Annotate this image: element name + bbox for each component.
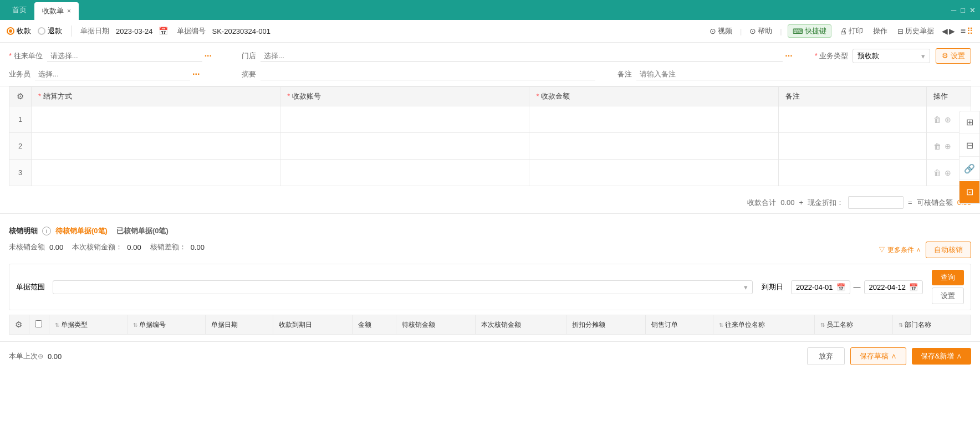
radio-receipt[interactable]: 收款 [7, 26, 31, 36]
row-2-delete-icon[interactable]: 🗑 [933, 142, 941, 151]
help-icon: ⊙ [749, 27, 756, 35]
calendar-icon[interactable]: 📅 [159, 27, 168, 35]
range-select[interactable]: ▾ [53, 280, 753, 294]
row-3-settle[interactable] [32, 160, 280, 186]
table-row: 3 🗑 ⊕ [9, 160, 971, 186]
tab-close-icon[interactable]: × [67, 7, 71, 15]
row-2-copy-icon[interactable]: ⊕ [945, 142, 951, 151]
row-3-copy-icon[interactable]: ⊕ [945, 168, 951, 177]
toolbar: 收款 退款 单据日期 2023-03-24 📅 单据编号 SK-20230324… [0, 20, 980, 43]
counterpart-input[interactable] [47, 50, 202, 62]
row-1-settle[interactable] [32, 106, 280, 133]
video-btn[interactable]: ⊙ 视频 [707, 25, 734, 37]
row-2-remark[interactable] [778, 133, 926, 160]
radio-refund[interactable]: 退款 [38, 26, 62, 36]
row-3-num: 3 [9, 160, 32, 186]
row-1-amount[interactable] [529, 106, 778, 133]
history-label: 历史单据 [905, 26, 934, 36]
print-btn[interactable]: 🖨 打印 [837, 25, 865, 37]
counterpart-more-icon[interactable]: ··· [205, 51, 212, 61]
help-label: 帮助 [758, 26, 772, 36]
date-to-input[interactable]: 2022-04-12 📅 [864, 280, 923, 294]
row-3-amount[interactable] [529, 160, 778, 186]
toolbar-divider [71, 25, 72, 37]
row-2-settle[interactable] [32, 133, 280, 160]
bt-gear-icon[interactable]: ⚙ [15, 320, 22, 329]
tab-bar: 首页 收款单 × ─ □ ✕ [0, 0, 980, 20]
row-1-remark[interactable] [778, 106, 926, 133]
operation-label: 操作 [873, 26, 887, 36]
row-2-amount[interactable] [529, 133, 778, 160]
date-from-input[interactable]: 2022-04-01 📅 [791, 280, 850, 294]
nav-left-icon[interactable]: ◀ [942, 27, 948, 35]
nav-arrows: ◀ ▶ [942, 27, 955, 35]
salesman-input[interactable] [35, 68, 190, 80]
store-input[interactable] [261, 50, 783, 62]
grid-dots-icon[interactable]: ⠿ [967, 26, 973, 37]
num-label: 单据编号 [177, 26, 206, 36]
row-3-delete-icon[interactable]: 🗑 [933, 168, 941, 177]
row-1-copy-icon[interactable]: ⊕ [945, 115, 951, 124]
verify-right: ▽ 更多条件 ∧ 自动核销 [879, 242, 971, 258]
btcol-counterpart-header: 往来单位名称 [713, 315, 814, 335]
btcol-check-header [29, 315, 49, 335]
history-icon: ⊟ [897, 27, 904, 35]
minimize-icon[interactable]: ─ [951, 6, 956, 14]
tab-active[interactable]: 收款单 × [34, 2, 79, 20]
verify-info-icon[interactable]: i [42, 227, 51, 235]
row-3-remark[interactable] [778, 160, 926, 186]
business-type-field: 业务类型 预收款 ▾ ⚙ 设置 [815, 48, 971, 64]
tab-home[interactable]: 首页 [4, 0, 34, 20]
pending-link[interactable]: 待核销单据(0笔) [55, 225, 108, 237]
right-panel-btn-3[interactable]: 🔗 [959, 158, 979, 180]
right-panel-btn-4[interactable]: ⊡ [959, 181, 979, 203]
select-all-checkbox[interactable] [35, 320, 42, 327]
date-to-value: 2022-04-12 [869, 283, 906, 291]
row-1-delete-icon[interactable]: 🗑 [933, 115, 941, 124]
radio-receipt-circle [7, 27, 14, 35]
remark-input[interactable] [636, 68, 971, 80]
setting-button-2[interactable]: 设置 [932, 288, 964, 304]
menu-icon[interactable]: ≡ [961, 26, 966, 37]
operation-btn[interactable]: 操作 [871, 25, 890, 37]
maximize-icon[interactable]: □ [961, 6, 965, 14]
gear-icon[interactable]: ⚙ [17, 91, 24, 101]
date-separator: — [854, 283, 861, 291]
auto-verify-button[interactable]: 自动核销 [926, 242, 971, 258]
col-amount-header: 收款金额 [529, 87, 778, 106]
save-new-button[interactable]: 保存&新增 ∧ [912, 348, 971, 365]
col-account-header: 收款账号 [280, 87, 529, 106]
abandon-button[interactable]: 放弃 [807, 347, 845, 365]
nav-right-icon[interactable]: ▶ [949, 27, 955, 35]
more-conditions-btn[interactable]: ▽ 更多条件 ∧ [879, 245, 921, 255]
shortcut-btn[interactable]: ⌨ 快捷键 [788, 24, 831, 38]
row-2-num: 2 [9, 133, 32, 160]
bottom-table-section: ⚙ 单据类型 单据编号 单据日期 收款到期日 金额 待核销金额 本次核销金额 折… [9, 315, 971, 335]
radio-refund-label: 退款 [48, 26, 62, 36]
right-panel-btn-2[interactable]: ⊟ [959, 135, 979, 157]
store-more-icon[interactable]: ··· [785, 51, 792, 61]
unverified-label: 未核销金额 [9, 242, 45, 252]
dropdown-icon: ▾ [921, 52, 925, 60]
business-type-select[interactable]: 预收款 ▾ [853, 49, 930, 63]
range-dropdown-icon: ▾ [744, 283, 748, 291]
summary-input[interactable] [261, 68, 595, 80]
row-1-account[interactable] [280, 106, 529, 133]
discount-input[interactable] [848, 196, 904, 209]
row-2-account[interactable] [280, 133, 529, 160]
help-btn[interactable]: ⊙ 帮助 [747, 25, 774, 37]
grid-icons: ≡ ⠿ [961, 26, 973, 37]
done-link[interactable]: 已核销单据(0笔) [116, 225, 169, 237]
save-draft-button[interactable]: 保存草稿 ∧ [850, 347, 906, 365]
counterpart-field: 往来单位 ··· [9, 50, 220, 62]
close-window-icon[interactable]: ✕ [969, 6, 976, 14]
salesman-more-icon[interactable]: ··· [192, 69, 200, 79]
diff-label: 核销差额： [150, 242, 186, 252]
history-btn[interactable]: ⊟ 历史单据 [895, 25, 936, 37]
row-3-account[interactable] [280, 160, 529, 186]
save-new-label: 保存&新增 ∧ [921, 351, 962, 361]
radio-refund-circle [38, 27, 45, 35]
settings-button[interactable]: ⚙ 设置 [936, 48, 971, 64]
right-panel-btn-1[interactable]: ⊞ [959, 111, 979, 134]
query-button[interactable]: 查询 [932, 270, 964, 285]
